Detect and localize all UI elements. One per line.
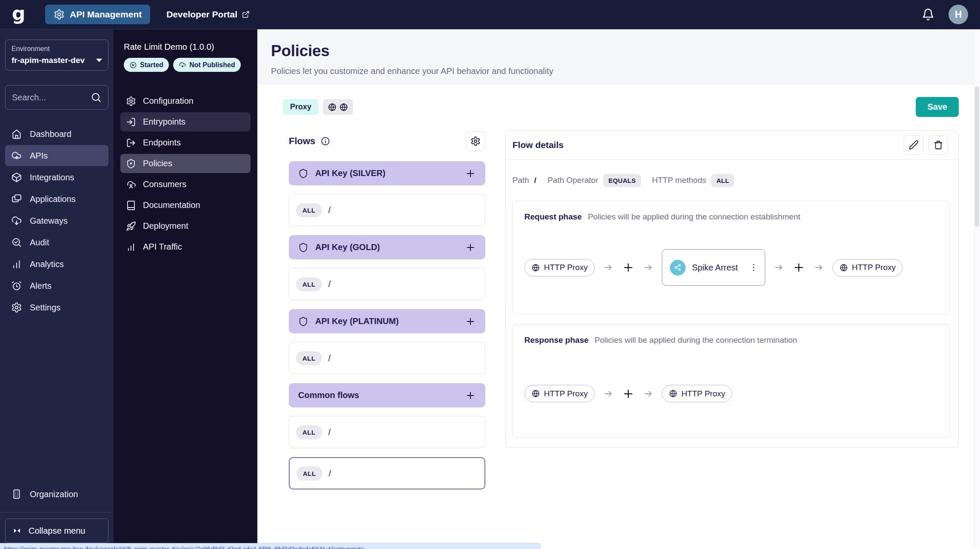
globe-icon bbox=[839, 263, 848, 272]
sidebar-item-audit[interactable]: Audit bbox=[5, 232, 108, 253]
flow-group-label: API Key (PLATINUM) bbox=[315, 316, 399, 326]
add-policy-button[interactable] bbox=[622, 387, 635, 400]
add-flow-button[interactable] bbox=[465, 316, 476, 327]
policy-card-spike-arrest[interactable]: Spike Arrest bbox=[662, 249, 765, 286]
flow-group-header-api-key-gold[interactable]: API Key (GOLD) bbox=[289, 235, 485, 259]
status-url-tooltip: https://apim-master.gravitee.dev/console… bbox=[0, 543, 541, 549]
developer-portal-label: Developer Portal bbox=[166, 9, 237, 20]
api-menu-item-entrypoints[interactable]: Entrypoints bbox=[120, 112, 251, 131]
flow-method-badge: ALL bbox=[296, 425, 322, 439]
flow-path: / bbox=[328, 279, 331, 289]
flow-item[interactable]: ALL/ bbox=[289, 416, 485, 448]
environment-select[interactable]: Environment fr-apim-master-dev bbox=[5, 40, 108, 71]
flow-group-header-common-flows[interactable]: Common flows bbox=[289, 383, 485, 407]
arrow-right-icon bbox=[773, 262, 784, 273]
api-management-button[interactable]: API Management bbox=[45, 5, 150, 24]
scrollbar-thumb[interactable] bbox=[975, 86, 979, 227]
api-menu-item-deployment[interactable]: Deployment bbox=[120, 216, 251, 236]
api-menu-item-label: Configuration bbox=[143, 96, 194, 106]
sidebar-item-gateways[interactable]: Gateways bbox=[5, 210, 108, 231]
plus-icon bbox=[622, 387, 635, 400]
add-flow-button[interactable] bbox=[465, 168, 476, 179]
gear-icon bbox=[11, 302, 22, 313]
play-circle-icon bbox=[129, 61, 137, 69]
log-out-icon bbox=[126, 138, 136, 148]
plus-icon bbox=[792, 261, 805, 274]
flow-details-header: Flow details bbox=[506, 131, 958, 160]
connector-http-proxy[interactable]: HTTP Proxy bbox=[524, 259, 595, 276]
sidebar-item-dashboard[interactable]: Dashboard bbox=[5, 123, 108, 145]
flows-settings-button[interactable] bbox=[466, 131, 485, 151]
flow-item[interactable]: ALL/ bbox=[289, 194, 485, 226]
api-submenu: Rate Limit Demo (1.0.0) StartedNot Publi… bbox=[114, 29, 257, 549]
sidebar-item-analytics[interactable]: Analytics bbox=[5, 253, 108, 275]
flow-method-badge: ALL bbox=[296, 203, 322, 217]
sidebar-item-integrations[interactable]: Integrations bbox=[5, 167, 108, 188]
add-policy-button[interactable] bbox=[792, 261, 805, 274]
sidebar-item-settings[interactable]: Settings bbox=[5, 297, 108, 318]
globe-icon bbox=[531, 263, 540, 272]
flow-group-label: API Key (GOLD) bbox=[315, 242, 380, 252]
collapse-menu-button[interactable]: Collapse menu bbox=[5, 518, 108, 543]
api-status-badges: StartedNot Published bbox=[120, 58, 251, 72]
developer-portal-link[interactable]: Developer Portal bbox=[166, 9, 250, 20]
sidebar-item-label: APIs bbox=[30, 151, 48, 161]
user-avatar[interactable]: H bbox=[949, 5, 968, 24]
external-link-icon bbox=[242, 10, 250, 19]
sidebar-nav: DashboardAPIsIntegrationsApplicationsGat… bbox=[5, 123, 108, 319]
connector-http-proxy[interactable]: HTTP Proxy bbox=[662, 385, 732, 402]
page-subtitle: Policies let you customize and enhance y… bbox=[271, 66, 980, 76]
gravitee-logo[interactable]: g bbox=[12, 4, 31, 23]
add-policy-button[interactable] bbox=[622, 261, 635, 274]
sidebar-item-applications[interactable]: Applications bbox=[5, 188, 108, 210]
main-content: Policies Policies let you customize and … bbox=[257, 29, 980, 549]
api-menu-item-consumers[interactable]: Consumers bbox=[120, 175, 251, 194]
sidebar-item-apis[interactable]: APIs bbox=[5, 145, 108, 166]
flow-item-selected[interactable]: ALL/ bbox=[289, 457, 485, 489]
add-flow-button[interactable] bbox=[465, 242, 476, 253]
policy-icon bbox=[670, 260, 686, 276]
connector-http-proxy[interactable]: HTTP Proxy bbox=[832, 259, 903, 276]
request-phase-title: Request phase bbox=[524, 212, 582, 222]
flow-item[interactable]: ALL/ bbox=[289, 268, 485, 300]
sidebar-item-alerts[interactable]: Alerts bbox=[5, 275, 108, 296]
content-card: Proxy Save Flows bbox=[257, 85, 980, 549]
connector-label: HTTP Proxy bbox=[681, 389, 725, 398]
edit-flow-button[interactable] bbox=[904, 135, 923, 155]
flows-heading: Flows bbox=[289, 136, 315, 147]
flow-item[interactable]: ALL/ bbox=[289, 342, 485, 374]
request-phase-card: Request phase Policies will be applied d… bbox=[512, 201, 950, 314]
status-badge-label: Started bbox=[140, 61, 163, 69]
connector-http-proxy[interactable]: HTTP Proxy bbox=[524, 385, 595, 402]
chevron-down-icon bbox=[96, 59, 102, 62]
scrollbar-track[interactable] bbox=[974, 29, 980, 549]
search-input[interactable]: Search... bbox=[5, 85, 108, 110]
sidebar-item-label: Dashboard bbox=[30, 129, 71, 139]
home-icon bbox=[11, 128, 22, 139]
gear-icon bbox=[470, 136, 481, 146]
flow-group-header-api-key-platinum[interactable]: API Key (PLATINUM) bbox=[289, 309, 485, 333]
sidebar-item-organization[interactable]: Organization bbox=[5, 484, 108, 505]
tab-proxy[interactable]: Proxy bbox=[283, 99, 319, 115]
add-flow-button[interactable] bbox=[465, 390, 476, 401]
gear-icon bbox=[54, 9, 65, 20]
flow-group-header-api-key-silver[interactable]: API Key (SILVER) bbox=[289, 161, 485, 185]
api-menu-item-configuration[interactable]: Configuration bbox=[120, 91, 251, 111]
api-menu-item-policies[interactable]: Policies bbox=[120, 154, 251, 173]
save-button[interactable]: Save bbox=[916, 97, 959, 117]
api-menu-item-endpoints[interactable]: Endpoints bbox=[120, 133, 251, 152]
path-label: Path bbox=[513, 176, 529, 185]
notifications-bell-icon[interactable] bbox=[921, 8, 935, 21]
shield-icon bbox=[298, 316, 308, 327]
app-shell: Environment fr-apim-master-dev Search...… bbox=[0, 29, 980, 549]
path-operator-chip: EQUALS bbox=[603, 174, 641, 187]
delete-flow-button[interactable] bbox=[929, 135, 948, 155]
flow-method-badge: ALL bbox=[296, 351, 322, 365]
api-menu-item-label: Policies bbox=[143, 159, 172, 168]
api-menu-item-documentation[interactable]: Documentation bbox=[120, 196, 251, 215]
info-icon[interactable] bbox=[320, 136, 330, 146]
gear-icon bbox=[126, 96, 136, 106]
policy-menu-button[interactable] bbox=[749, 262, 759, 273]
environment-value: fr-apim-master-dev bbox=[11, 56, 85, 65]
api-menu-item-api-traffic[interactable]: API Traffic bbox=[120, 237, 251, 256]
